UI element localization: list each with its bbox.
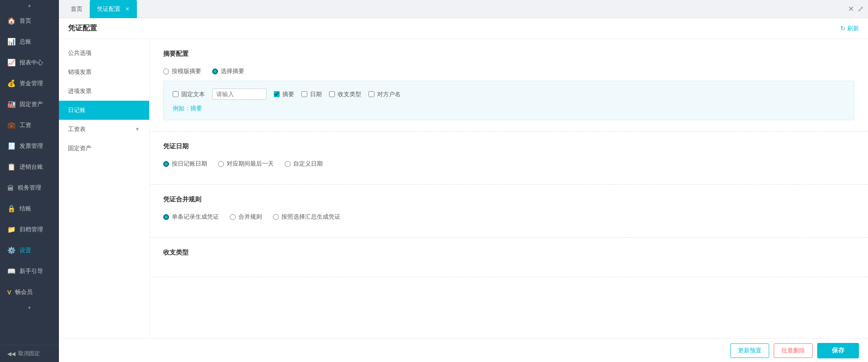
salary-icon: 💼 xyxy=(7,121,16,129)
radio-single-input[interactable] xyxy=(163,214,169,220)
sidebar-item-sales[interactable]: 📋 进销台账 xyxy=(0,157,59,177)
income-type-section: 收支类型 xyxy=(150,238,868,277)
merge-rule-title: 凭证合并规则 xyxy=(163,196,854,204)
tab-bar-actions: ✕ ⤢ xyxy=(848,5,863,13)
tax-icon: 🏛 xyxy=(7,184,14,192)
radio-custom-date-input[interactable] xyxy=(285,161,291,167)
sidebar-item-archive[interactable]: 📁 归档管理 xyxy=(0,219,59,240)
sidebar-item-reports[interactable]: 📈 报表中心 xyxy=(0,52,59,73)
radio-custom-date[interactable]: 自定义日期 xyxy=(285,160,323,168)
merge-rule-radio-group: 单条记录生成凭证 合并规则 按照选择汇总生成凭证 xyxy=(163,213,854,221)
sales-icon: 📋 xyxy=(7,163,16,171)
assets-icon: 🏭 xyxy=(7,100,16,108)
tab-bar: 首页 凭证配置 ✕ ✕ ⤢ xyxy=(59,0,868,18)
refresh-icon: ↻ xyxy=(840,25,845,32)
right-content: 摘要配置 按模版摘要 选择摘要 xyxy=(150,39,868,338)
sidebar-item-invoice[interactable]: 🧾 发票管理 xyxy=(0,136,59,157)
page-header: 凭证配置 ↻ 刷新 xyxy=(59,18,868,39)
voucher-date-section: 凭证日期 按日记账日期 对应期间最后一天 自定义日期 xyxy=(150,132,868,185)
refresh-button[interactable]: ↻ 刷新 xyxy=(840,24,859,33)
sidebar-item-member[interactable]: V 畅会员 xyxy=(0,282,59,303)
checkbox-fixed-text-input[interactable] xyxy=(173,91,179,97)
checkbox-counterpart-input[interactable] xyxy=(369,91,374,97)
checkbox-summary[interactable]: 摘要 xyxy=(274,90,294,98)
close-window-icon[interactable]: ✕ xyxy=(848,5,854,13)
example-text: 例如：摘要 xyxy=(173,104,845,113)
sidebar-item-closing[interactable]: 🔒 结账 xyxy=(0,198,59,219)
content-layout: 公共选项 销项发票 进项发票 日记账 工资表 ▼ 固定资产 xyxy=(59,39,868,338)
archive-icon: 📁 xyxy=(7,225,16,234)
radio-merge-input[interactable] xyxy=(230,214,236,220)
page-content: 凭证配置 ↻ 刷新 公共选项 销项发票 进项发票 日记账 xyxy=(59,18,868,362)
voucher-date-radio-group: 按日记账日期 对应期间最后一天 自定义日期 xyxy=(163,160,854,168)
summary-radio-group: 按模版摘要 选择摘要 xyxy=(163,67,854,75)
radio-journal-date-input[interactable] xyxy=(163,161,169,167)
summary-config-section: 摘要配置 按模版摘要 选择摘要 xyxy=(150,39,868,132)
radio-select-merge-input[interactable] xyxy=(273,214,279,220)
tab-home[interactable]: 首页 xyxy=(63,0,90,18)
sidebar-item-home[interactable]: 🏠 首页 xyxy=(0,10,59,31)
radio-select-summary[interactable]: 选择摘要 xyxy=(212,67,244,75)
left-nav-sales-invoice[interactable]: 销项发票 xyxy=(59,63,149,82)
left-nav-purchase-invoice[interactable]: 进项发票 xyxy=(59,82,149,101)
tab-voucher-config[interactable]: 凭证配置 ✕ xyxy=(90,0,137,18)
funds-icon: 💰 xyxy=(7,79,16,88)
checkbox-row: 固定文本 摘要 日期 xyxy=(173,88,845,100)
reports-icon: 📈 xyxy=(7,59,16,67)
sidebar-item-settings[interactable]: ⚙️ 设置 xyxy=(0,240,59,261)
sidebar-item-ledger[interactable]: 📊 总账 xyxy=(0,31,59,52)
left-nav-fixed-assets[interactable]: 固定资产 xyxy=(59,139,149,158)
pin-icon: ◀◀ xyxy=(7,351,15,357)
radio-template-input[interactable] xyxy=(163,68,169,74)
radio-template-summary[interactable]: 按模版摘要 xyxy=(163,67,201,75)
sidebar-scroll-up[interactable]: ▲ xyxy=(0,0,59,10)
left-nav-payroll[interactable]: 工资表 ▼ xyxy=(59,120,149,139)
radio-select-input[interactable] xyxy=(212,68,218,74)
sidebar-item-assets[interactable]: 🏭 固定资产 xyxy=(0,94,59,115)
sidebar-item-funds[interactable]: 💰 资金管理 xyxy=(0,73,59,94)
income-type-title: 收支类型 xyxy=(163,249,854,257)
page-title: 凭证配置 xyxy=(68,24,97,33)
main-area: 首页 凭证配置 ✕ ✕ ⤢ 凭证配置 ↻ 刷新 公共选项 xyxy=(59,0,868,362)
summary-config-title: 摘要配置 xyxy=(163,50,854,58)
checkbox-income-type[interactable]: 收支类型 xyxy=(329,90,361,98)
guide-icon: 📖 xyxy=(7,267,16,275)
update-preset-button[interactable]: 更新预置 xyxy=(730,343,769,358)
chevron-down-icon: ▼ xyxy=(135,126,140,132)
merge-rule-section: 凭证合并规则 单条记录生成凭证 合并规则 按照选择汇总生成凭证 xyxy=(150,185,868,238)
checkbox-date-input[interactable] xyxy=(301,91,307,97)
sidebar: ▲ 🏠 首页 📊 总账 📈 报表中心 💰 资金管理 🏭 固定资产 💼 工资 🧾 … xyxy=(0,0,59,362)
fixed-text-input[interactable] xyxy=(212,88,267,100)
voucher-date-title: 凭证日期 xyxy=(163,142,854,151)
settings-icon: ⚙️ xyxy=(7,246,16,254)
radio-merge[interactable]: 合并规则 xyxy=(230,213,262,221)
checkbox-summary-input[interactable] xyxy=(274,91,280,97)
unpin-button[interactable]: ◀◀ 取消固定 xyxy=(0,345,59,362)
radio-period-last-day-input[interactable] xyxy=(218,161,224,167)
sidebar-item-guide[interactable]: 📖 新手引导 xyxy=(0,261,59,282)
expand-window-icon[interactable]: ⤢ xyxy=(858,5,863,13)
left-nav: 公共选项 销项发票 进项发票 日记账 工资表 ▼ 固定资产 xyxy=(59,39,150,338)
bottom-bar: 更新预置 批量删除 保存 xyxy=(59,338,868,362)
sidebar-item-salary[interactable]: 💼 工资 xyxy=(0,115,59,136)
checkbox-income-type-input[interactable] xyxy=(329,91,335,97)
checkbox-date[interactable]: 日期 xyxy=(301,90,322,98)
sidebar-scroll-down[interactable]: ▼ xyxy=(0,303,59,313)
left-nav-public[interactable]: 公共选项 xyxy=(59,44,149,63)
home-icon: 🏠 xyxy=(7,17,16,25)
radio-journal-date[interactable]: 按日记账日期 xyxy=(163,160,207,168)
summary-checkbox-area: 固定文本 摘要 日期 xyxy=(163,81,854,120)
sidebar-item-tax[interactable]: 🏛 税务管理 xyxy=(0,177,59,198)
checkbox-fixed-text[interactable]: 固定文本 xyxy=(173,90,205,98)
batch-delete-button[interactable]: 批量删除 xyxy=(774,343,813,358)
ledger-icon: 📊 xyxy=(7,38,16,46)
closing-icon: 🔒 xyxy=(7,205,16,213)
radio-select-merge[interactable]: 按照选择汇总生成凭证 xyxy=(273,213,340,221)
save-button[interactable]: 保存 xyxy=(817,343,859,358)
checkbox-counterpart[interactable]: 对方户名 xyxy=(369,90,401,98)
left-nav-journal[interactable]: 日记账 xyxy=(59,101,149,120)
member-icon: V xyxy=(7,289,11,296)
radio-single[interactable]: 单条记录生成凭证 xyxy=(163,213,219,221)
radio-period-last-day[interactable]: 对应期间最后一天 xyxy=(218,160,274,168)
tab-close-icon[interactable]: ✕ xyxy=(125,6,130,12)
